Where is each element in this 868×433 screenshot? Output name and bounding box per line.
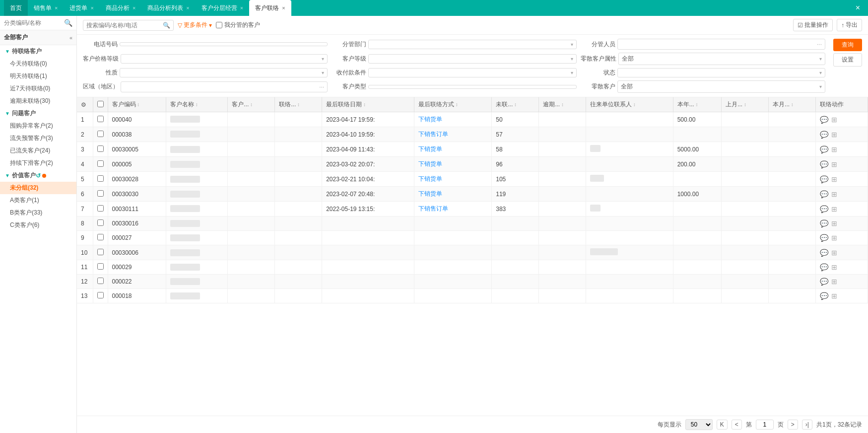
td-checkbox[interactable] xyxy=(93,216,108,231)
page-number-input[interactable] xyxy=(756,420,774,430)
row-checkbox[interactable] xyxy=(97,175,104,182)
chat-icon[interactable]: 💬 xyxy=(820,219,828,227)
window-close-button[interactable]: × xyxy=(852,3,864,12)
th-last-contact-date[interactable]: 最后联络日期 xyxy=(322,97,414,112)
next-page-button[interactable]: > xyxy=(788,420,798,430)
sidebar-item-churned[interactable]: 已流失客户(24) xyxy=(0,144,76,157)
td-checkbox[interactable] xyxy=(93,260,108,275)
td-checkbox[interactable] xyxy=(93,127,108,142)
contact-method-link[interactable]: 下销货单 xyxy=(418,160,442,167)
th-checkbox[interactable] xyxy=(93,97,108,112)
grid-icon[interactable]: ⊞ xyxy=(831,116,837,124)
grid-icon[interactable]: ⊞ xyxy=(831,145,837,153)
th-code[interactable]: 客户编码 xyxy=(108,97,166,112)
row-checkbox[interactable] xyxy=(97,278,104,284)
last-page-button[interactable]: ›| xyxy=(802,420,812,430)
th-contact[interactable]: 联络... xyxy=(275,97,322,112)
td-checkbox[interactable] xyxy=(93,245,108,260)
filter-status-input[interactable]: ▾ xyxy=(617,68,825,77)
th-overdue[interactable]: 逾期... xyxy=(539,97,586,112)
chat-icon[interactable]: 💬 xyxy=(820,234,828,242)
filter-person-input[interactable]: ··· xyxy=(617,39,825,50)
sidebar-item-today[interactable]: 今天待联络(0) xyxy=(0,58,76,70)
nav-tab-sale[interactable]: 销售单 × xyxy=(28,0,64,16)
export-button[interactable]: ↑ 导出 xyxy=(837,19,862,31)
row-checkbox[interactable] xyxy=(97,249,104,255)
td-checkbox[interactable] xyxy=(93,289,108,303)
th-no-contact[interactable]: 未联... xyxy=(492,97,539,112)
th-last-contact-method[interactable]: 最后联络方式 xyxy=(414,97,491,112)
grid-icon[interactable]: ⊞ xyxy=(831,205,837,213)
nav-tab-sale-close[interactable]: × xyxy=(55,5,58,11)
sidebar-problem-group[interactable]: ▼ 问题客户 xyxy=(0,107,76,120)
row-checkbox[interactable] xyxy=(97,145,104,152)
sidebar-search-input[interactable] xyxy=(4,19,64,26)
nav-tab-customer-tier-close[interactable]: × xyxy=(240,5,243,11)
grid-icon[interactable]: ⊞ xyxy=(831,292,837,300)
chat-icon[interactable]: 💬 xyxy=(820,116,828,124)
sidebar-item-overdue[interactable]: 逾期未联络(30) xyxy=(0,95,76,107)
sidebar-item-7days[interactable]: 近7天待联络(0) xyxy=(0,82,76,95)
sidebar-search-icon[interactable]: 🔍 xyxy=(64,19,72,27)
grid-icon[interactable]: ⊞ xyxy=(831,219,837,227)
td-checkbox[interactable] xyxy=(93,202,108,216)
td-checkbox[interactable] xyxy=(93,172,108,187)
search-input[interactable] xyxy=(86,22,161,29)
th-last-month[interactable]: 上月... xyxy=(722,97,769,112)
th-name[interactable]: 客户名称 xyxy=(166,97,228,112)
th-counterpart[interactable]: 往来单位联系人 xyxy=(586,97,673,112)
grid-icon[interactable]: ⊞ xyxy=(831,131,837,139)
sidebar-all-customers[interactable]: 全部客户 « xyxy=(0,30,76,45)
chat-icon[interactable]: 💬 xyxy=(820,190,828,198)
filter-region-input[interactable]: ··· xyxy=(121,81,328,92)
per-page-select[interactable]: 50 20 100 xyxy=(685,419,713,430)
search-icon[interactable]: 🔍 xyxy=(163,22,170,29)
my-customers-checkbox-input[interactable] xyxy=(216,22,222,28)
th-settings[interactable]: ⚙ xyxy=(77,97,93,112)
my-customers-checkbox[interactable]: 我分管的客户 xyxy=(216,21,260,29)
td-checkbox[interactable] xyxy=(93,275,108,289)
sidebar-item-unclassified[interactable]: 未分组(32) xyxy=(0,182,76,194)
th-this-month[interactable]: 本月... xyxy=(769,97,816,112)
filter-payment-input[interactable]: ▾ xyxy=(368,68,576,77)
row-checkbox[interactable] xyxy=(97,263,104,270)
chat-icon[interactable]: 💬 xyxy=(820,205,828,213)
row-checkbox[interactable] xyxy=(97,205,104,212)
sidebar-pending-group[interactable]: ▼ 待联络客户 xyxy=(0,45,76,58)
filter-nature-input[interactable]: ▾ xyxy=(120,68,328,77)
grid-icon[interactable]: ⊞ xyxy=(831,160,837,168)
grid-icon[interactable]: ⊞ xyxy=(831,190,837,198)
chat-icon[interactable]: 💬 xyxy=(820,278,828,286)
row-checkbox[interactable] xyxy=(97,190,104,197)
th-type[interactable]: 客户... xyxy=(228,97,275,112)
filter-phone-input[interactable] xyxy=(120,42,328,46)
grid-icon[interactable]: ⊞ xyxy=(831,175,837,183)
row-checkbox[interactable] xyxy=(97,160,104,167)
chat-icon[interactable]: 💬 xyxy=(820,160,828,168)
nav-tab-home[interactable]: 首页 xyxy=(4,0,28,16)
grid-icon[interactable]: ⊞ xyxy=(831,263,837,271)
contact-method-link[interactable]: 下销售订单 xyxy=(418,205,448,212)
row-checkbox[interactable] xyxy=(97,219,104,226)
td-checkbox[interactable] xyxy=(93,112,108,127)
sidebar-item-declining[interactable]: 持续下滑客户(2) xyxy=(0,157,76,169)
prev-page-button[interactable]: < xyxy=(732,420,742,430)
nav-tab-goods-list-close[interactable]: × xyxy=(186,5,189,11)
first-page-button[interactable]: K xyxy=(717,420,728,430)
query-button[interactable]: 查询 xyxy=(833,39,862,51)
sidebar-item-class-b[interactable]: B类客户(33) xyxy=(0,207,76,219)
filter-price-level-input[interactable]: ▾ xyxy=(121,54,328,64)
contact-method-link[interactable]: 下销货单 xyxy=(418,190,442,197)
contact-method-link[interactable]: 下销货单 xyxy=(418,116,442,123)
td-checkbox[interactable] xyxy=(93,157,108,172)
contact-method-link[interactable]: 下销货单 xyxy=(418,175,442,182)
grid-icon[interactable]: ⊞ xyxy=(831,278,837,286)
filter-customer-type-input[interactable] xyxy=(368,85,576,89)
batch-operation-button[interactable]: ☑ 批量操作 xyxy=(793,19,833,31)
chat-icon[interactable]: 💬 xyxy=(820,249,828,257)
chat-icon[interactable]: 💬 xyxy=(820,145,828,153)
sidebar-item-tomorrow[interactable]: 明天待联络(1) xyxy=(0,70,76,82)
row-checkbox[interactable] xyxy=(97,131,104,137)
filter-customer-level-input[interactable]: ▾ xyxy=(368,54,576,64)
th-this-year[interactable]: 本年... xyxy=(673,97,721,112)
